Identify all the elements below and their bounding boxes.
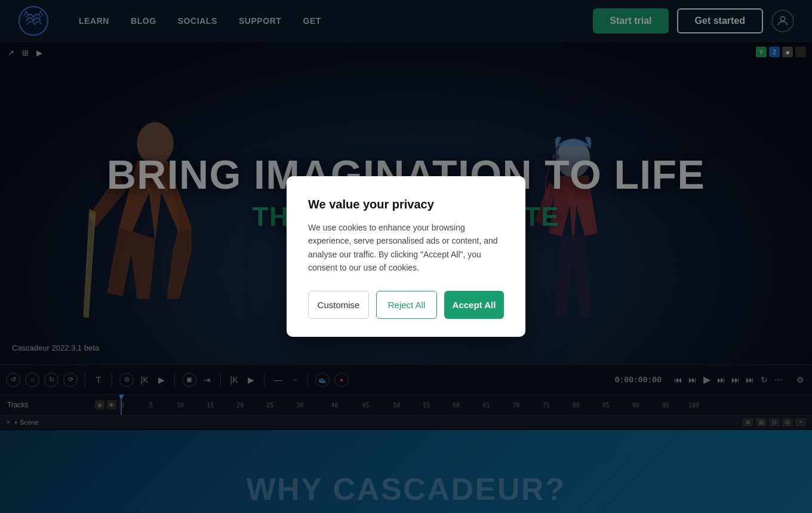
modal-title: We value your privacy (308, 198, 504, 211)
modal-overlay[interactable]: We value your privacy We use cookies to … (0, 0, 812, 513)
modal-actions: Customise Reject All Accept All (308, 291, 504, 319)
modal-body: We use cookies to enhance your browsing … (308, 221, 504, 275)
customise-button[interactable]: Customise (308, 291, 369, 319)
cookie-modal: We value your privacy We use cookies to … (287, 176, 525, 337)
reject-all-button[interactable]: Reject All (376, 291, 437, 319)
accept-all-button[interactable]: Accept All (444, 291, 504, 319)
